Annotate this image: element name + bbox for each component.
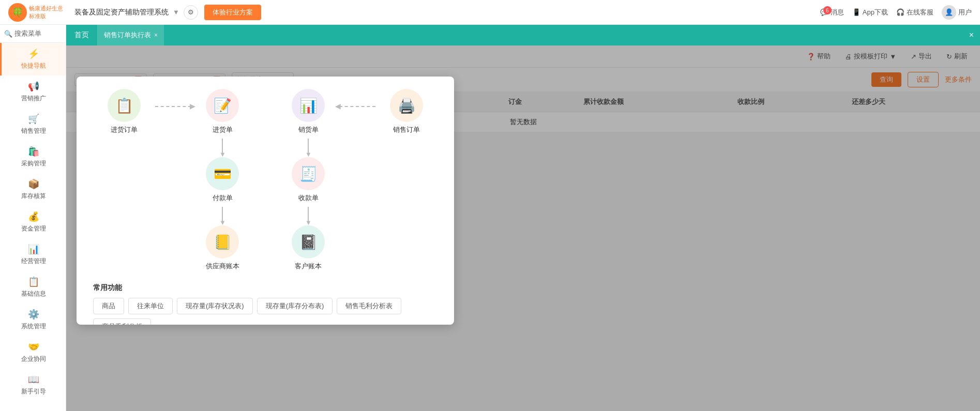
func-btn-product-gross[interactable]: 商品毛利分析 bbox=[93, 318, 151, 325]
common-functions-section: 常用功能 商品 往来单位 现存量(库存状况表) 现存量(库存分布表) 销售毛利分… bbox=[93, 283, 438, 325]
tab-bar: 首页 销售订单执行表 × × bbox=[66, 25, 980, 45]
operation-icon: 📊 bbox=[28, 243, 39, 255]
sidebar-item-base-info[interactable]: 📋 基础信息 bbox=[0, 271, 66, 303]
system-title: 装备及固定资产辅助管理系统 bbox=[74, 8, 169, 17]
arrow-left-1: ◀ bbox=[339, 106, 375, 117]
avatar: 👤 bbox=[942, 5, 956, 20]
newbie-icon: 📖 bbox=[28, 374, 39, 385]
flow-node-purchase-bill[interactable]: 📝 进货单 bbox=[191, 89, 253, 134]
flow-node-customer-ledger[interactable]: 📓 客户账本 bbox=[277, 225, 339, 271]
spacer-arrow bbox=[155, 139, 191, 153]
flow-row-1: 📋 进货订单 ▶ bbox=[93, 89, 438, 134]
func-btn-sales-gross[interactable]: 销售毛利分析表 bbox=[337, 298, 401, 314]
customer-ledger-circle: 📓 bbox=[292, 225, 325, 258]
sidebar-item-newbie[interactable]: 📖 新手引导 bbox=[0, 369, 66, 401]
sidebar-item-purchase[interactable]: 🛍️ 采购管理 bbox=[0, 141, 66, 173]
content-area: 首页 销售订单执行表 × × ❓ 帮助 🖨 bbox=[66, 25, 980, 411]
quick-guide-icon: ⚡ bbox=[28, 48, 39, 59]
top-bar: 🍀 畅康通好生意 标准版 装备及固定资产辅助管理系统 ▼ ⚙ 体验行业方案 💬 … bbox=[0, 0, 980, 25]
finance-icon: 💰 bbox=[28, 211, 39, 222]
dropdown-arrow-icon[interactable]: ▼ bbox=[173, 8, 179, 16]
flow-node-receipt-bill[interactable]: 🧾 收款单 bbox=[277, 157, 339, 203]
func-btn-inventory-status[interactable]: 现存量(库存状况表) bbox=[177, 298, 253, 314]
search-icon: 🔍 bbox=[4, 30, 12, 38]
purchase-icon: 🛍️ bbox=[28, 146, 39, 157]
flow-node-payment-bill[interactable]: 💳 付款单 bbox=[191, 157, 253, 203]
flow-arrows-row: ▼ ▼ bbox=[93, 139, 438, 153]
message-badge: 6 bbox=[823, 6, 832, 14]
tab-close-right-button[interactable]: × bbox=[963, 31, 980, 40]
receipt-bill-circle: 🧾 bbox=[292, 157, 325, 190]
purchase-bill-circle: 📝 bbox=[206, 89, 239, 122]
sidebar-item-finance[interactable]: 💰 资金管理 bbox=[0, 206, 66, 238]
arrow-right-1: ▶ bbox=[155, 106, 191, 117]
sidebar-item-operation[interactable]: 📊 经营管理 bbox=[0, 238, 66, 271]
base-info-icon: 📋 bbox=[28, 276, 39, 287]
marketing-icon: 📢 bbox=[28, 81, 39, 92]
system-icon: ⚙️ bbox=[28, 309, 39, 320]
sales-bill-circle: 📊 bbox=[292, 89, 325, 122]
sidebar-item-sales[interactable]: 🛒 销售管理 bbox=[0, 108, 66, 141]
func-btn-inventory-dist[interactable]: 现存量(库存分布表) bbox=[257, 298, 333, 314]
app-container: 🍀 畅康通好生意 标准版 装备及固定资产辅助管理系统 ▼ ⚙ 体验行业方案 💬 … bbox=[0, 0, 980, 411]
flow-row-2: 💳 付款单 🧾 收款单 bbox=[93, 157, 438, 203]
online-service-button[interactable]: 🎧 在线客服 bbox=[896, 8, 933, 17]
inventory-icon: 📦 bbox=[28, 178, 39, 190]
tab-sales-order[interactable]: 销售订单执行表 × bbox=[98, 25, 164, 45]
common-functions-title: 常用功能 bbox=[93, 283, 438, 293]
tab-close-button[interactable]: × bbox=[154, 32, 158, 39]
phone-icon: 📱 bbox=[852, 8, 861, 16]
flow-arrows-row-2: ▼ ▼ bbox=[93, 207, 438, 221]
user-menu-button[interactable]: 👤 用户 bbox=[942, 5, 972, 20]
flow-node-sales-bill[interactable]: 📊 销货单 bbox=[277, 89, 339, 134]
flow-diagram: 📋 进货订单 ▶ bbox=[93, 89, 438, 275]
supplier-ledger-circle: 📒 bbox=[206, 225, 239, 258]
flow-node-purchase-order[interactable]: 📋 进货订单 bbox=[93, 89, 155, 134]
modal-overlay[interactable]: 📋 进货订单 ▶ bbox=[66, 45, 980, 411]
logo-icon: 🍀 bbox=[8, 3, 27, 22]
tab-home[interactable]: 首页 bbox=[66, 25, 98, 45]
flow-node-supplier-ledger[interactable]: 📒 供应商账本 bbox=[191, 225, 253, 271]
sidebar: 🔍 搜索菜单 ⚡ 快捷导航 📢 营销推广 🛒 销售管理 🛍️ 采购管理 📦 bbox=[0, 25, 66, 411]
sidebar-item-inventory[interactable]: 📦 库存核算 bbox=[0, 173, 66, 206]
logo-area: 🍀 畅康通好生意 标准版 bbox=[8, 3, 74, 22]
payment-bill-circle: 💳 bbox=[206, 157, 239, 190]
headset-icon: 🎧 bbox=[896, 8, 904, 16]
spacer-mid2 bbox=[253, 139, 277, 153]
purchase-order-circle: 📋 bbox=[108, 89, 141, 122]
enterprise-icon: 🤝 bbox=[28, 341, 39, 353]
func-btn-product[interactable]: 商品 bbox=[93, 298, 124, 314]
spacer-right bbox=[375, 139, 438, 153]
system-name: 装备及固定资产辅助管理系统 ▼ ⚙ 体验行业方案 bbox=[74, 5, 820, 20]
sales-icon: 🛒 bbox=[28, 113, 39, 125]
message-badge-wrap: 💬 6 bbox=[820, 8, 828, 16]
sales-order-circle: 🖨️ bbox=[390, 89, 423, 122]
func-buttons-row1: 商品 往来单位 现存量(库存状况表) 现存量(库存分布表) 销售毛利分析表 商品… bbox=[93, 298, 438, 325]
page-content: ❓ 帮助 🖨 按模板打印 ▼ ↗ 导出 ↻ 刷新 bbox=[66, 45, 980, 411]
sidebar-item-system[interactable]: ⚙️ 系统管理 bbox=[0, 303, 66, 336]
message-button[interactable]: 💬 6 消息 bbox=[820, 8, 844, 17]
flow-row-3: 📒 供应商账本 📓 客户账本 bbox=[93, 225, 438, 271]
func-btn-partner[interactable]: 往来单位 bbox=[128, 298, 173, 314]
sidebar-item-enterprise[interactable]: 🤝 企业协同 bbox=[0, 336, 66, 369]
spacer-arrow2 bbox=[339, 139, 375, 153]
logo-text: 畅康通好生意 标准版 bbox=[29, 5, 63, 20]
sidebar-item-marketing[interactable]: 📢 营销推广 bbox=[0, 75, 66, 108]
purchase-bill-down: ▼ bbox=[191, 139, 253, 153]
spacer-left bbox=[93, 139, 155, 153]
gear-button[interactable]: ⚙ bbox=[184, 5, 198, 20]
app-download-button[interactable]: 📱 App下载 bbox=[852, 8, 888, 17]
modal-box: 📋 进货订单 ▶ bbox=[77, 77, 454, 325]
sidebar-item-quick-guide[interactable]: ⚡ 快捷导航 bbox=[0, 43, 66, 75]
top-right: 💬 6 消息 📱 App下载 🎧 在线客服 👤 用户 bbox=[820, 5, 972, 20]
main-area: 🔍 搜索菜单 ⚡ 快捷导航 📢 营销推广 🛒 销售管理 🛍️ 采购管理 📦 bbox=[0, 25, 980, 411]
trial-button[interactable]: 体验行业方案 bbox=[204, 5, 261, 20]
flow-node-sales-order[interactable]: 🖨️ 销售订单 bbox=[375, 89, 438, 134]
sales-bill-down: ▼ bbox=[277, 139, 339, 153]
sidebar-search[interactable]: 🔍 搜索菜单 bbox=[0, 25, 66, 43]
